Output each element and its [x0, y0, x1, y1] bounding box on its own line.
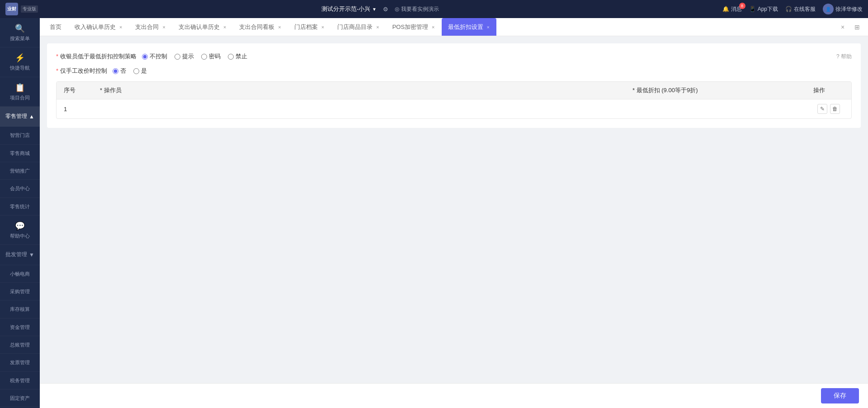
tab-store-file-close[interactable]: ×: [321, 24, 324, 30]
tab-store-product-label: 门店商品目录: [337, 23, 373, 31]
sidebar-item-general-ledger[interactable]: 总账管理: [0, 336, 40, 354]
password-label: 密码: [209, 52, 221, 61]
manual-price-row: 仅手工改价时控制 否 是: [56, 67, 852, 75]
search-icon: 🔍: [15, 23, 25, 33]
user-item[interactable]: 👤 徐泽华修改: [823, 4, 863, 14]
radio-no-control-input[interactable]: [142, 54, 148, 60]
tab-payment-contract-close[interactable]: ×: [162, 24, 165, 30]
edit-row-btn[interactable]: ✎: [817, 104, 827, 114]
tab-store-product-close[interactable]: ×: [376, 24, 379, 30]
demo-link[interactable]: ◎ 我要看实例演示: [395, 5, 439, 13]
tab-payment-contract-label: 支出合同: [135, 23, 159, 31]
online-service-label: 在线客服: [794, 5, 816, 13]
top-bar: 业财 专业版 测试分开示范-小兴 ▼ ⚙ ◎ 我要看实例演示 🔔 消息 8 📱 …: [0, 0, 868, 18]
tab-close-all-btn[interactable]: ×: [837, 22, 848, 33]
sidebar-item-retail-management[interactable]: 零售管理 ▲: [0, 107, 40, 127]
tab-pos-password-close[interactable]: ×: [432, 24, 434, 30]
tab-home-label: 首页: [50, 23, 61, 31]
online-service-item[interactable]: 🎧 在线客服: [785, 5, 816, 13]
sidebar-item-project-contract[interactable]: 📋 项目合同: [0, 77, 40, 107]
sidebar-item-smart-store[interactable]: 智营门店: [0, 127, 40, 144]
notifications-item[interactable]: 🔔 消息 8: [722, 5, 742, 13]
tab-payment-contract-board[interactable]: 支出合同看板 ×: [233, 18, 288, 36]
table-cell-operator: [93, 99, 625, 119]
sidebar-item-tax-label: 税务管理: [10, 377, 30, 384]
wholesale-chevron-icon: ▼: [29, 252, 34, 258]
table-row: 1 ✎ 🗑: [57, 99, 851, 119]
tab-payment-confirm-history[interactable]: 支出确认单历史 ×: [172, 18, 233, 36]
tab-income-history[interactable]: 收入确认单历史 ×: [68, 18, 129, 36]
logo-area: 业财 专业版: [5, 3, 38, 15]
sidebar-item-member-center[interactable]: 会员中心: [0, 180, 40, 197]
sidebar-item-wholesale-label: 批发管理: [5, 251, 27, 258]
tab-home[interactable]: 首页: [43, 18, 68, 36]
workspace-chevron-icon: ▼: [372, 7, 377, 12]
radio-no-input[interactable]: [113, 68, 118, 74]
radio-yes-input[interactable]: [133, 68, 139, 74]
sidebar-item-inventory[interactable]: 库存核算: [0, 300, 40, 318]
sidebar-item-finance[interactable]: 资金管理: [0, 319, 40, 336]
action-buttons: ✎ 🗑: [813, 104, 844, 114]
sidebar-item-quick-nav-label: 快捷导航: [10, 65, 30, 71]
table-cell-seq: 1: [57, 99, 93, 119]
sidebar-item-member-label: 会员中心: [10, 185, 30, 192]
tab-min-discount[interactable]: 最低折扣设置 ×: [442, 18, 496, 36]
sidebar-item-wholesale[interactable]: 批发管理 ▼: [0, 245, 40, 265]
sidebar-item-marketing-label: 营销推广: [10, 168, 30, 174]
user-avatar: 👤: [823, 4, 834, 14]
radio-password-input[interactable]: [201, 54, 207, 60]
sidebar-item-search[interactable]: 🔍 搜索菜单: [0, 18, 40, 47]
sidebar-item-retail-mall[interactable]: 零售商城: [0, 145, 40, 162]
tab-more-btn[interactable]: ⊞: [852, 22, 863, 33]
save-button[interactable]: 保存: [821, 388, 859, 403]
tab-payment-contract[interactable]: 支出合同 ×: [129, 18, 172, 36]
app-download-item[interactable]: 📱 App下载: [749, 5, 778, 13]
tab-income-history-close[interactable]: ×: [119, 24, 122, 30]
sidebar-item-invoice-label: 发票管理: [10, 359, 30, 366]
table-cell-action: ✎ 🗑: [806, 99, 851, 119]
workspace-settings-icon[interactable]: ⚙: [380, 4, 391, 14]
sidebar-item-help-center[interactable]: 💬 帮助中心: [0, 216, 40, 245]
tab-store-file[interactable]: 门店档案 ×: [288, 18, 331, 36]
table-header: 序号 * 操作员 * 最低折扣 (9.00等于9折) 操作: [57, 82, 851, 99]
radio-password[interactable]: 密码: [201, 52, 221, 61]
sidebar-item-fixed-assets-label: 固定资产: [10, 395, 30, 401]
tab-min-discount-close[interactable]: ×: [487, 24, 490, 30]
sidebar-item-fixed-assets[interactable]: 固定资产: [0, 389, 40, 407]
sidebar-item-purchase-label: 采购管理: [10, 288, 30, 295]
sidebar-item-marketing[interactable]: 营销推广: [0, 162, 40, 180]
workspace-selector[interactable]: 测试分开示范-小兴 ▼: [321, 5, 377, 13]
delete-row-btn[interactable]: 🗑: [830, 104, 840, 114]
tab-store-product-catalog[interactable]: 门店商品目录 ×: [331, 18, 386, 36]
cashier-policy-row: 收银员低于最低折扣控制策略 不控制 提示: [56, 52, 852, 61]
app-logo-icon: 业财: [5, 3, 18, 15]
tab-pos-password[interactable]: POS加密管理 ×: [386, 18, 442, 36]
help-link[interactable]: ? 帮助: [836, 53, 852, 61]
radio-yes[interactable]: 是: [133, 67, 147, 75]
sidebar-item-retail-stats[interactable]: 零售统计: [0, 198, 40, 216]
radio-disable[interactable]: 禁止: [228, 52, 247, 61]
tab-payment-contract-board-close[interactable]: ×: [278, 24, 281, 30]
radio-no[interactable]: 否: [113, 67, 126, 75]
radio-hint[interactable]: 提示: [175, 52, 194, 61]
radio-no-control[interactable]: 不控制: [142, 52, 167, 61]
app-download-icon: 📱: [749, 6, 756, 12]
radio-disable-input[interactable]: [228, 54, 234, 60]
col-operator-header: * 操作员: [93, 82, 625, 99]
tab-payment-confirm-history-close[interactable]: ×: [223, 24, 226, 30]
sidebar-item-purchase[interactable]: 采购管理: [0, 283, 40, 300]
sidebar-item-general-ledger-label: 总账管理: [10, 342, 30, 348]
cashier-policy-label: 收银员低于最低折扣控制策略: [56, 52, 137, 61]
sidebar-item-tax[interactable]: 税务管理: [0, 372, 40, 389]
main-layout: 🔍 搜索菜单 ⚡ 快捷导航 📋 项目合同 零售管理 ▲ 智营门店 零售商城 营销…: [0, 18, 868, 408]
tab-payment-confirm-history-label: 支出确认单历史: [179, 23, 220, 31]
top-bar-center: 测试分开示范-小兴 ▼ ⚙ ◎ 我要看实例演示: [321, 4, 439, 14]
bell-icon: 🔔: [722, 6, 729, 12]
retail-chevron-icon: ▲: [29, 113, 34, 120]
radio-hint-input[interactable]: [175, 54, 180, 60]
tab-income-history-label: 收入确认单历史: [75, 23, 116, 31]
sidebar-item-ecommerce[interactable]: 小畅电商: [0, 265, 40, 283]
sidebar-item-invoice[interactable]: 发票管理: [0, 354, 40, 371]
sidebar-item-quick-nav[interactable]: ⚡ 快捷导航: [0, 47, 40, 77]
top-bar-right: 🔔 消息 8 📱 App下载 🎧 在线客服 👤 徐泽华修改: [722, 4, 863, 14]
